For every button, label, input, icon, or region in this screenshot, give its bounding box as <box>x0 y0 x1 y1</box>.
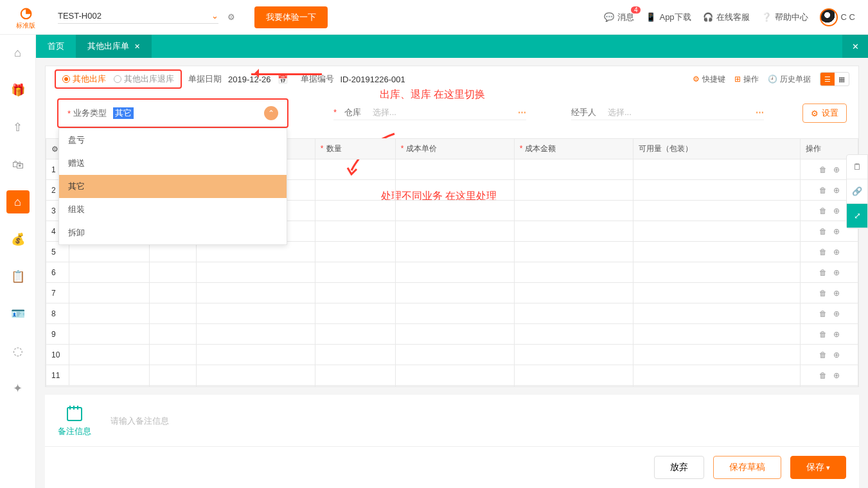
settings-button[interactable]: ⚙ 设置 <box>802 104 847 123</box>
warehouse-placeholder: 选择... <box>373 107 513 118</box>
save-button[interactable]: 保存 <box>790 456 846 479</box>
table-row[interactable]: 9🗑⊕ <box>46 324 858 345</box>
user-menu[interactable]: C C <box>820 8 855 26</box>
biztype-dropdown: 盘亏 赠送 其它 组装 拆卸 <box>58 128 287 245</box>
ops-link[interactable]: ⊞操作 <box>734 74 759 85</box>
delete-icon[interactable]: 🗑 <box>819 206 827 215</box>
right-rail-doc[interactable]: 🗒 <box>847 155 867 179</box>
delete-icon[interactable]: 🗑 <box>819 309 827 318</box>
dropdown-item-selected[interactable]: 其它 <box>59 175 287 198</box>
biztype-field[interactable]: * 业务类型 其它 ⌃ 盘亏 赠送 其它 组装 拆卸 <box>57 98 288 128</box>
support-link[interactable]: 🎧 在线客服 <box>703 12 750 23</box>
add-row-icon[interactable]: ⊕ <box>833 330 840 339</box>
add-row-icon[interactable]: ⊕ <box>833 289 840 298</box>
add-row-icon[interactable]: ⊕ <box>833 309 840 318</box>
delete-icon[interactable]: 🗑 <box>819 289 827 298</box>
logo-text: 标准版 <box>16 21 35 30</box>
remarks-input[interactable] <box>111 416 846 426</box>
radio-out[interactable]: 其他出库 <box>62 73 106 85</box>
date-label: 单据日期 <box>188 73 222 85</box>
rail-cart[interactable]: 🛍 <box>6 153 30 176</box>
tenant-select[interactable]: TEST-H002 ⌄ <box>58 11 218 24</box>
dropdown-item[interactable]: 拆卸 <box>59 221 287 244</box>
phone-icon: 📱 <box>646 12 656 22</box>
hotkey-link[interactable]: ⚙快捷键 <box>693 74 725 85</box>
rail-money[interactable]: 💰 <box>6 228 30 251</box>
tab-close-icon[interactable]: ✕ <box>134 42 140 51</box>
view-grid-icon[interactable]: ▦ <box>835 73 849 86</box>
table-row[interactable]: 10🗑⊕ <box>46 345 858 365</box>
delete-icon[interactable]: 🗑 <box>819 186 827 195</box>
cta-button[interactable]: 我要体验一下 <box>254 6 328 28</box>
right-rail-expand[interactable]: ⤢ <box>847 204 867 228</box>
add-row-icon[interactable]: ⊕ <box>833 371 840 380</box>
row-index: 9 <box>46 324 69 345</box>
tabs-close-all[interactable]: ✕ <box>842 35 868 58</box>
table-row[interactable]: 8🗑⊕ <box>46 303 858 324</box>
help-label: 帮助中心 <box>775 12 808 23</box>
add-row-icon[interactable]: ⊕ <box>833 350 840 359</box>
row-index: 6 <box>46 262 69 283</box>
history-icon: 🕘 <box>768 75 777 84</box>
tabsbar: 首页 其他出库单 ✕ ✕ <box>36 35 868 58</box>
save-draft-button[interactable]: 保存草稿 <box>713 456 781 479</box>
handler-field[interactable]: 经手人 选择... ⋯ <box>571 107 764 120</box>
add-row-icon[interactable]: ⊕ <box>833 186 840 195</box>
tab-active[interactable]: 其他出库单 ✕ <box>76 35 152 58</box>
dropdown-item[interactable]: 盘亏 <box>59 129 287 152</box>
help-link[interactable]: ❔ 帮助中心 <box>761 12 808 23</box>
right-rail-link[interactable]: 🔗 <box>847 179 867 204</box>
add-row-icon[interactable]: ⊕ <box>833 206 840 215</box>
more-icon[interactable]: ⋯ <box>518 107 526 117</box>
add-row-icon[interactable]: ⊕ <box>833 268 840 277</box>
warehouse-field[interactable]: * 仓库 选择... ⋯ <box>333 107 526 120</box>
more-icon[interactable]: ⋯ <box>756 107 764 117</box>
help-icon: ❔ <box>761 12 772 22</box>
dropdown-item[interactable]: 组装 <box>59 198 287 221</box>
rail-card[interactable]: 🪪 <box>6 302 30 325</box>
biztype-label: 业务类型 <box>73 107 107 119</box>
add-row-icon[interactable]: ⊕ <box>833 248 840 257</box>
delete-icon[interactable]: 🗑 <box>819 268 827 277</box>
add-row-icon[interactable]: ⊕ <box>833 165 840 174</box>
table-row[interactable]: 7🗑⊕ <box>46 283 858 303</box>
delete-icon[interactable]: 🗑 <box>819 248 827 257</box>
rail-clipboard[interactable]: 📋 <box>6 265 30 288</box>
rail-sync[interactable]: ◌ <box>6 339 30 363</box>
delete-icon[interactable]: 🗑 <box>819 227 827 236</box>
chevron-up-icon[interactable]: ⌃ <box>264 106 278 120</box>
history-link[interactable]: 🕘历史单据 <box>768 74 811 85</box>
biztype-value: 其它 <box>113 107 134 119</box>
th-avail: 可用量（包装） <box>633 139 801 159</box>
tab-home[interactable]: 首页 <box>36 35 76 58</box>
delete-icon[interactable]: 🗑 <box>819 350 827 359</box>
radio-dot-icon <box>114 75 121 83</box>
app-download-link[interactable]: 📱 App下载 <box>646 12 691 23</box>
dropdown-item[interactable]: 赠送 <box>59 152 287 175</box>
discard-button[interactable]: 放弃 <box>654 456 704 479</box>
messages-link[interactable]: 💬 消息 4 <box>604 12 634 23</box>
remarks-icon-block: 备注信息 <box>58 404 91 437</box>
table-row[interactable]: 11🗑⊕ <box>46 365 858 386</box>
view-toggle[interactable]: ☰ ▦ <box>820 72 849 86</box>
view-list-icon[interactable]: ☰ <box>820 73 835 86</box>
left-rail: ⌂ 🎁 ⇧ 🛍 ⌂ 💰 📋 🪪 ◌ ✦ <box>0 35 36 488</box>
add-row-icon[interactable]: ⊕ <box>833 227 840 236</box>
rail-gift[interactable]: 🎁 <box>6 78 30 102</box>
right-rail: 🗒 🔗 ⤢ <box>846 154 868 229</box>
row-index: 11 <box>46 365 69 386</box>
rail-home[interactable]: ⌂ <box>6 41 30 64</box>
sheet: 其他出库 其他出库退库 单据日期 2019-12-26 📅 单据编号 ID-20… <box>45 66 859 387</box>
delete-icon[interactable]: 🗑 <box>819 165 827 174</box>
rail-new[interactable]: ✦ <box>6 377 30 400</box>
table-row[interactable]: 6🗑⊕ <box>46 262 858 283</box>
avatar <box>820 8 838 26</box>
user-name: C C <box>841 12 855 22</box>
gear-icon[interactable]: ⚙ <box>227 12 235 22</box>
rail-warehouse[interactable]: ⌂ <box>6 190 30 213</box>
radio-return[interactable]: 其他出库退库 <box>114 73 174 85</box>
delete-icon[interactable]: 🗑 <box>819 330 827 339</box>
handler-placeholder: 选择... <box>608 107 750 118</box>
rail-up[interactable]: ⇧ <box>6 116 30 139</box>
delete-icon[interactable]: 🗑 <box>819 371 827 380</box>
